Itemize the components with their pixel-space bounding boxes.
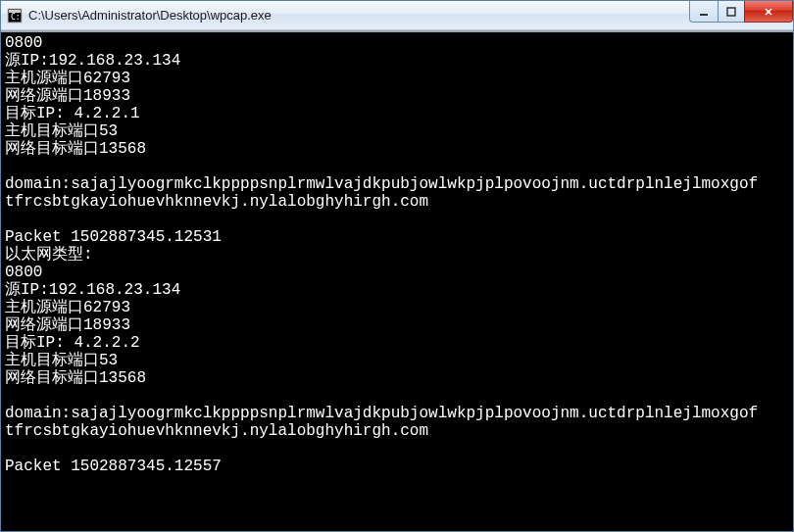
maximize-button[interactable] [718,1,745,23]
app-icon: C: [7,8,23,24]
svg-rect-3 [700,14,708,16]
svg-rect-4 [727,8,735,16]
console-window: C: C:\Users\Administrator\Desktop\wpcap.… [0,0,794,532]
titlebar[interactable]: C: C:\Users\Administrator\Desktop\wpcap.… [1,1,793,30]
minimize-button[interactable] [689,1,719,23]
close-button[interactable] [744,1,793,23]
window-controls [690,1,793,23]
window-title: C:\Users\Administrator\Desktop\wpcap.exe [28,8,793,23]
console-output: 0800 源IP:192.168.23.134 主机源端口62793 网络源端口… [1,30,793,531]
svg-text:C:: C: [11,13,21,22]
